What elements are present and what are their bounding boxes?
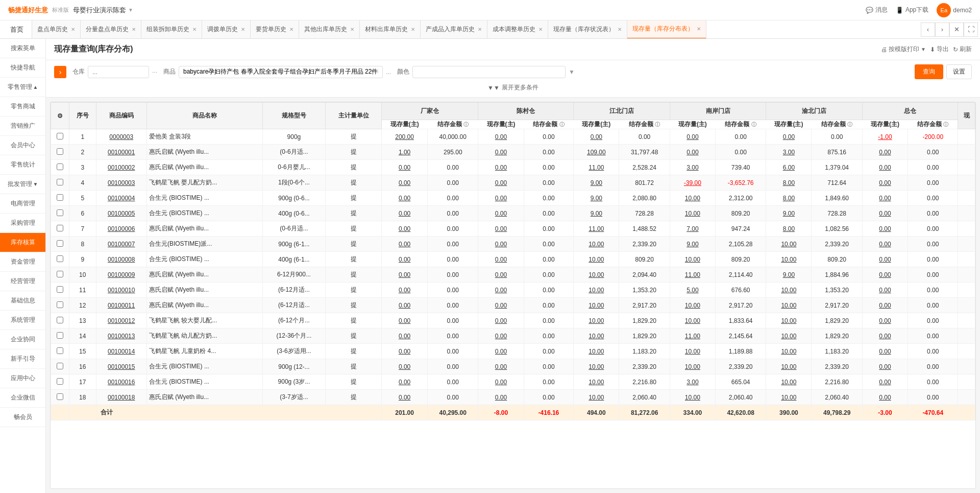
row-nananDian-qty[interactable]: 10.00	[670, 298, 715, 313]
tab-cailiao-chuku[interactable]: 材料出库单历史 ✕	[360, 20, 421, 39]
sidebar-item-marketing[interactable]: 营销推广	[0, 116, 45, 136]
close-icon[interactable]: ✕	[618, 27, 622, 32]
row-yubeiDian-qty[interactable]: 10.00	[766, 252, 812, 267]
tab-zuzhuang[interactable]: 组装拆卸单历史 ✕	[141, 20, 202, 39]
row-changjiaCang-qty[interactable]: 0.00	[382, 252, 428, 267]
row-totalCang-qty[interactable]: 0.00	[862, 267, 908, 283]
row-totalCang-qty[interactable]: -1.00	[862, 129, 908, 145]
row-nananDian-qty[interactable]: 10.00	[670, 191, 715, 206]
row-changjiaCang-qty[interactable]: 0.00	[382, 221, 428, 237]
row-code[interactable]: 00100016	[96, 374, 146, 390]
row-jiangbeiDian-qty[interactable]: 11.00	[574, 160, 619, 175]
goods-input[interactable]	[179, 66, 383, 78]
row-chencunCang-qty[interactable]: 0.00	[478, 390, 524, 405]
row-yubeiDian-qty[interactable]: 8.00	[766, 175, 812, 191]
row-totalCang-qty[interactable]: 0.00	[862, 145, 908, 160]
tab-pandian[interactable]: 盘点单历史 ✕	[32, 20, 81, 39]
tab-next-btn[interactable]: ›	[935, 22, 949, 37]
row-yubeiDian-qty[interactable]: 9.00	[766, 267, 812, 283]
row-changjiaCang-qty[interactable]: 0.00	[382, 206, 428, 221]
row-code[interactable]: 00100014	[96, 344, 146, 359]
settings-icon[interactable]: ⚙	[57, 112, 63, 120]
warehouse-input[interactable]	[88, 66, 149, 78]
message-btn[interactable]: 💬 消息	[866, 6, 888, 14]
row-nananDian-qty[interactable]: 11.00	[670, 328, 715, 344]
app-download-btn[interactable]: 📱 App下载	[896, 6, 928, 14]
row-checkbox[interactable]	[51, 129, 69, 145]
row-jiangbeiDian-qty[interactable]: 10.00	[574, 252, 619, 267]
tab-yaohuo[interactable]: 要货单历史 ✕	[251, 20, 299, 39]
row-totalCang-qty[interactable]: 0.00	[862, 191, 908, 206]
row-jiangbeiDian-qty[interactable]: 10.00	[574, 359, 619, 374]
row-checkbox[interactable]	[51, 160, 69, 175]
row-checkbox[interactable]	[51, 283, 69, 298]
row-nananDian-qty[interactable]: 11.00	[670, 267, 715, 283]
row-checkbox[interactable]	[51, 298, 69, 313]
sidebar-item-weixin[interactable]: 企业微信	[0, 388, 45, 408]
row-yubeiDian-qty[interactable]: 10.00	[766, 328, 812, 344]
settings-btn[interactable]: 设置	[946, 64, 972, 79]
row-chencunCang-qty[interactable]: 0.00	[478, 283, 524, 298]
row-yubeiDian-qty[interactable]: 10.00	[766, 237, 812, 252]
row-yubeiDian-qty[interactable]: 9.00	[766, 206, 812, 221]
user-area[interactable]: Ea demo2	[937, 3, 972, 17]
close-icon[interactable]: ✕	[289, 27, 293, 32]
row-nananDian-qty[interactable]: 10.00	[670, 390, 715, 405]
row-nananDian-qty[interactable]: 10.00	[670, 359, 715, 374]
row-totalCang-qty[interactable]: 0.00	[862, 313, 908, 328]
row-totalCang-qty[interactable]: 0.00	[862, 374, 908, 390]
row-code[interactable]: 00100018	[96, 390, 146, 405]
row-code[interactable]: 00100006	[96, 221, 146, 237]
tab-close-all-btn[interactable]: ✕	[949, 22, 964, 37]
row-checkbox[interactable]	[51, 390, 69, 405]
row-totalCang-qty[interactable]: 0.00	[862, 359, 908, 374]
row-yubeiDian-qty[interactable]: 10.00	[766, 283, 812, 298]
row-changjiaCang-qty[interactable]: 0.00	[382, 160, 428, 175]
row-nananDian-qty[interactable]: -39.00	[670, 175, 715, 191]
row-totalCang-qty[interactable]: 0.00	[862, 252, 908, 267]
row-chencunCang-qty[interactable]: 0.00	[478, 267, 524, 283]
close-icon[interactable]: ✕	[350, 27, 354, 32]
sidebar-item-enterprise[interactable]: 企业协同	[0, 330, 45, 349]
row-changjiaCang-qty[interactable]: 1.00	[382, 145, 428, 160]
export-btn[interactable]: ⬇ 导出	[930, 45, 949, 54]
row-jiangbeiDian-qty[interactable]: 10.00	[574, 298, 619, 313]
row-code[interactable]: 00100008	[96, 252, 146, 267]
row-chencunCang-qty[interactable]: 0.00	[478, 328, 524, 344]
row-totalCang-qty[interactable]: 0.00	[862, 206, 908, 221]
row-code[interactable]: 00100005	[96, 206, 146, 221]
company-dropdown[interactable]: 母婴行业演示陈套 ▼	[73, 6, 133, 15]
row-changjiaCang-qty[interactable]: 0.00	[382, 313, 428, 328]
row-chencunCang-qty[interactable]: 0.00	[478, 359, 524, 374]
row-totalCang-qty[interactable]: 0.00	[862, 328, 908, 344]
tab-maximize-btn[interactable]: ⛶	[964, 22, 978, 37]
color-dropdown-icon[interactable]: ▼	[569, 68, 575, 76]
row-nananDian-qty[interactable]: 10.00	[670, 344, 715, 359]
row-changjiaCang-qty[interactable]: 0.00	[382, 374, 428, 390]
close-icon[interactable]: ✕	[192, 27, 197, 32]
dots-icon[interactable]: ···	[152, 68, 157, 76]
tab-home[interactable]: 首页	[2, 20, 32, 39]
sidebar-item-purchase[interactable]: 采购管理	[0, 214, 45, 233]
close-icon[interactable]: ✕	[71, 27, 75, 32]
row-jiangbeiDian-qty[interactable]: 10.00	[574, 344, 619, 359]
sidebar-item-finance[interactable]: 资金管理	[0, 252, 45, 272]
row-code[interactable]: 00100015	[96, 359, 146, 374]
query-btn[interactable]: 查询	[915, 64, 943, 79]
row-jiangbeiDian-qty[interactable]: 10.00	[574, 390, 619, 405]
row-code[interactable]: 00100001	[96, 145, 146, 160]
row-jiangbeiDian-qty[interactable]: 10.00	[574, 313, 619, 328]
color-input[interactable]	[412, 66, 566, 78]
expand-conditions-btn[interactable]: ▼▼ 展开更多条件	[487, 83, 538, 92]
row-nananDian-qty[interactable]: 10.00	[670, 313, 715, 328]
row-chencunCang-qty[interactable]: 0.00	[478, 252, 524, 267]
row-chencunCang-qty[interactable]: 0.00	[478, 160, 524, 175]
close-icon[interactable]: ✕	[132, 27, 136, 32]
row-yubeiDian-qty[interactable]: 3.00	[766, 145, 812, 160]
row-chencunCang-qty[interactable]: 0.00	[478, 221, 524, 237]
row-nananDian-qty[interactable]: 7.00	[670, 221, 715, 237]
refresh-btn[interactable]: ↻ 刷新	[953, 45, 972, 54]
sidebar-item-basic-info[interactable]: 基础信息	[0, 291, 45, 311]
row-checkbox[interactable]	[51, 237, 69, 252]
row-code[interactable]: 0000003	[96, 129, 146, 145]
